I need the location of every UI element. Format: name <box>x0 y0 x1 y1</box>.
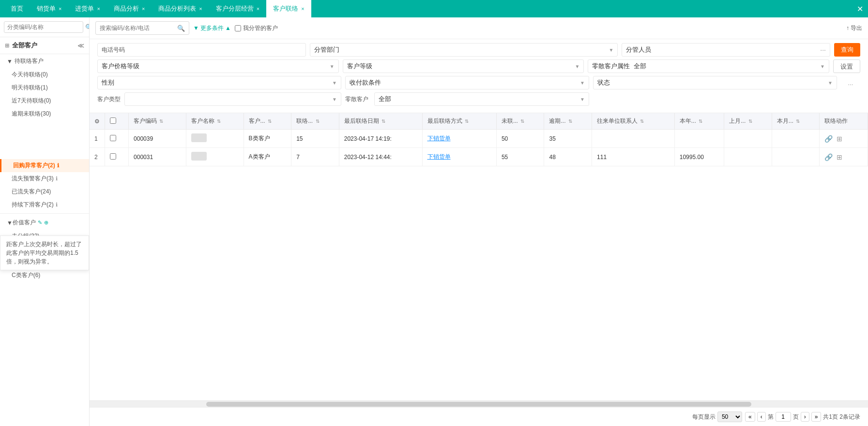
close-product-analysis-list[interactable]: × <box>199 6 202 12</box>
payment-field[interactable]: 收付款条件 ▼ <box>345 76 589 89</box>
sidebar-week-pending[interactable]: 近7天待联络(0) <box>0 94 89 107</box>
contact-person-sort-icon[interactable]: ⇅ <box>640 118 644 124</box>
sidebar-today-pending[interactable]: 今天待联络(0) <box>0 68 89 81</box>
manager-field[interactable]: 分管人员 ··· <box>622 43 830 57</box>
row1-last-contact-method[interactable]: 下销货单 <box>422 130 496 148</box>
select-all-checkbox[interactable] <box>110 118 116 124</box>
phone-field[interactable]: 电话号码 <box>97 43 306 57</box>
col-last-month[interactable]: 上月... ⇅ <box>724 113 772 130</box>
settings-button[interactable]: 设置 <box>833 59 860 73</box>
overdue-sort-icon[interactable]: ⇅ <box>568 118 572 124</box>
col-uncontact[interactable]: 未联... ⇅ <box>496 113 544 130</box>
sidebar-declining[interactable]: 持续下滑客户(2) ℹ <box>0 198 89 211</box>
row1-link-icon[interactable]: 🔗 <box>824 135 833 143</box>
prev-page-button[interactable]: ‹ <box>757 412 766 422</box>
nav-product-analysis-list[interactable]: 商品分析列表 × <box>152 0 209 17</box>
row2-last-contact-method[interactable]: 下销货单 <box>422 148 496 166</box>
manager-dots-icon[interactable]: ··· <box>820 46 826 54</box>
row1-checkbox[interactable] <box>105 130 129 148</box>
pending-group[interactable]: ▼ 待联络客户 <box>0 54 89 68</box>
sidebar-tomorrow-pending[interactable]: 明天待联络(1) <box>0 81 89 94</box>
col-last-contact-date[interactable]: 最后联络日期 ⇅ <box>339 113 422 130</box>
advanced-filter: 电话号码 分管部门 ▼ 分管人员 ··· 查询 客户价格等级 ▼ <box>90 39 868 113</box>
this-year-sort-icon[interactable]: ⇅ <box>699 118 702 124</box>
sidebar-search-input[interactable] <box>4 21 83 33</box>
query-button[interactable]: 查询 <box>834 43 860 57</box>
last-page-button[interactable]: » <box>811 412 822 422</box>
last-month-sort-icon[interactable]: ⇅ <box>748 118 752 124</box>
horizontal-scrollbar[interactable] <box>90 400 868 407</box>
nav-customer-segmentation[interactable]: 客户分层经营 × <box>209 0 266 17</box>
sidebar-already-lost[interactable]: 已流失客户(24) <box>0 185 89 198</box>
nav-purchase-order[interactable]: 进货单 × <box>68 0 107 17</box>
nav-product-analysis[interactable]: 商品分析 × <box>107 0 152 17</box>
code-sort-icon[interactable]: ⇅ <box>159 118 163 124</box>
customer-level-field[interactable]: 客户等级 ▼ <box>343 59 584 73</box>
close-purchase-order[interactable]: × <box>97 6 100 12</box>
next-page-button[interactable]: › <box>801 412 809 422</box>
more-dots-btn[interactable]: ... <box>841 79 860 87</box>
my-customer-checkbox-wrap[interactable]: 我分管的客户 <box>235 24 278 32</box>
col-overdue[interactable]: 逾期... ⇅ <box>544 113 592 130</box>
collapse-icon[interactable]: ≪ <box>77 42 84 49</box>
uncontact-sort-icon[interactable]: ⇅ <box>520 118 524 124</box>
close-customer-contact[interactable]: × <box>301 6 304 12</box>
level-sort-icon[interactable]: ⇅ <box>268 118 272 124</box>
search-wrap: 🔍 <box>95 21 189 35</box>
sidebar-search-icon[interactable]: 🔍 <box>85 24 90 31</box>
close-product-analysis[interactable]: × <box>142 6 145 12</box>
retail-attr-field[interactable]: 零散客户属性 全部 ▼ <box>588 59 829 73</box>
table-row: 2 000031 A类客户 7 2023-04-12 14:44: 下销货单 5… <box>90 148 868 166</box>
first-page-button[interactable]: « <box>745 412 755 422</box>
per-page-select[interactable]: 50 20 100 <box>717 411 742 422</box>
sidebar-overdue-pending[interactable]: 逾期未联络(30) <box>0 107 89 120</box>
last-contact-date-sort-icon[interactable]: ⇅ <box>381 118 385 124</box>
page-number-input[interactable] <box>776 412 791 422</box>
sidebar-repurchase-abnormal[interactable]: 回购异常客户(2) ℹ <box>0 159 89 172</box>
name-sort-icon[interactable]: ⇅ <box>217 118 221 124</box>
sidebar-lost-warning[interactable]: 流失预警客户(3) ℹ <box>0 172 89 185</box>
search-input[interactable] <box>100 25 177 31</box>
search-bar-icon[interactable]: 🔍 <box>177 25 185 32</box>
col-code[interactable]: 客户编码 ⇅ <box>129 113 186 130</box>
contact-count-sort-icon[interactable]: ⇅ <box>316 118 320 124</box>
close-sales-order[interactable]: × <box>59 6 61 12</box>
gender-field[interactable]: 性别 ▼ <box>97 76 341 89</box>
retail-customer-field[interactable]: 全部 ▼ <box>374 92 589 106</box>
row2-qr-icon[interactable]: ⊞ <box>837 153 842 161</box>
this-month-sort-icon[interactable]: ⇅ <box>796 118 800 124</box>
last-contact-method-sort-icon[interactable]: ⇅ <box>465 118 469 124</box>
window-close-button[interactable]: ✕ <box>857 4 863 14</box>
scrollbar-thumb[interactable] <box>206 402 751 407</box>
row2-checkbox[interactable] <box>105 148 129 166</box>
row1-qr-icon[interactable]: ⊞ <box>837 135 842 143</box>
value-group-title[interactable]: ▼ 价值客户 ✎ ⊕ <box>0 216 89 230</box>
row2-link-icon[interactable]: 🔗 <box>824 153 833 161</box>
col-contact-person[interactable]: 往来单位联系人 ⇅ <box>592 113 675 130</box>
price-level-field[interactable]: 客户价格等级 ▼ <box>97 59 339 73</box>
col-this-month[interactable]: 本月... ⇅ <box>772 113 820 130</box>
col-contact-count[interactable]: 联络... ⇅ <box>291 113 339 130</box>
col-checkbox[interactable] <box>105 113 129 130</box>
edit-icon[interactable]: ✎ <box>38 220 42 226</box>
customer-type-field[interactable]: ▼ <box>124 92 341 106</box>
row2-overdue: 48 <box>544 148 592 166</box>
more-conditions-btn[interactable]: ▼ 更多条件 ▲ <box>193 24 231 32</box>
sidebar-c-class[interactable]: C类客户(6) <box>0 269 89 282</box>
dept-field[interactable]: 分管部门 ▼ <box>310 43 618 57</box>
all-customers-title[interactable]: ⊞ 全部客户 ≪ <box>0 37 89 54</box>
add-icon[interactable]: ⊕ <box>44 220 48 226</box>
nav-customer-contact[interactable]: 客户联络 × <box>266 0 311 17</box>
nav-home[interactable]: 首页 <box>4 0 30 17</box>
phone-input[interactable] <box>125 46 302 53</box>
col-this-year[interactable]: 本年... ⇅ <box>674 113 724 130</box>
export-button[interactable]: ↑ 导出 <box>846 24 862 32</box>
status-field[interactable]: 状态 ▼ <box>593 76 837 89</box>
nav-sales-order[interactable]: 销货单 × <box>30 0 68 17</box>
col-name[interactable]: 客户名称 ⇅ <box>186 113 244 130</box>
col-settings[interactable]: ⚙ <box>90 113 105 130</box>
close-customer-segmentation[interactable]: × <box>257 6 259 12</box>
col-level[interactable]: 客户... ⇅ <box>244 113 291 130</box>
my-customer-checkbox[interactable] <box>235 25 241 31</box>
col-last-contact-method[interactable]: 最后联络方式 ⇅ <box>422 113 496 130</box>
